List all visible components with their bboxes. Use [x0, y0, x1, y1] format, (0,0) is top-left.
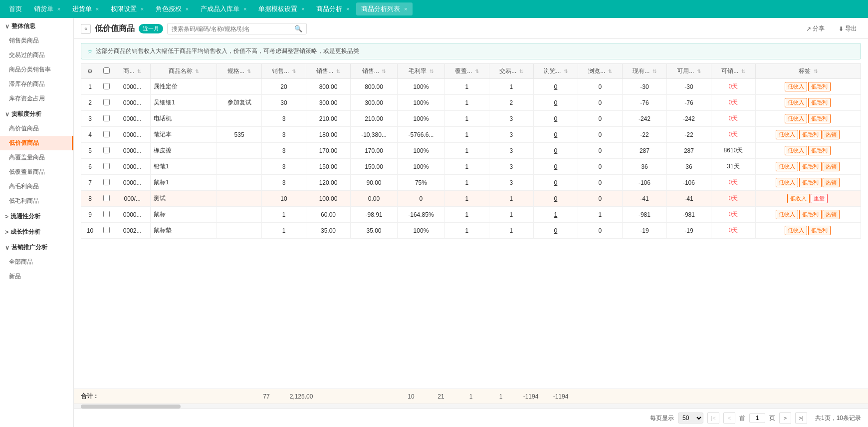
row-sale-price-cell: 210.00: [306, 111, 351, 127]
table-footer: 合计： 77 2,125.00 10 21 1 1 -1194 -1194: [74, 389, 868, 404]
sidebar-item-high-margin[interactable]: 高毛利商品: [0, 179, 73, 194]
next-page-button[interactable]: >: [779, 412, 791, 424]
row-browse2-cell: 0: [578, 191, 622, 207]
row-margin-cell: 0: [397, 191, 444, 207]
row-tags-cell: 低收入低毛利: [755, 95, 861, 111]
sidebar-item-high-value[interactable]: 高价值商品: [0, 121, 73, 136]
col-gear[interactable]: ⚙: [81, 64, 99, 79]
table-row: 5 0000... 橡皮擦 3 170.00 170.00 100% 1 3 0…: [81, 143, 861, 159]
page-size-select[interactable]: 50 100 200: [678, 413, 703, 424]
browse-link[interactable]: 0: [554, 83, 558, 90]
sidebar-item-all-products[interactable]: 全部商品: [0, 255, 73, 269]
row-browse1-cell: 0: [533, 159, 578, 175]
tag-label: 低收入: [785, 98, 807, 107]
row-checkbox[interactable]: [103, 163, 110, 169]
browse-link[interactable]: 0: [554, 131, 558, 138]
row-checkbox[interactable]: [103, 179, 110, 185]
search-icon[interactable]: 🔍: [294, 25, 302, 32]
share-button[interactable]: ↗ 分享: [802, 23, 829, 34]
row-available-cell: -19: [666, 223, 711, 239]
select-all-checkbox[interactable]: [103, 67, 110, 74]
tag-label: 低毛利: [799, 130, 822, 139]
sidebar-group-overall[interactable]: ∨ 整体信息: [0, 18, 73, 33]
settings-icon[interactable]: ⚙: [87, 68, 93, 75]
row-code-cell: 0000...: [114, 207, 151, 223]
browse-link[interactable]: 0: [554, 163, 558, 170]
nav-template[interactable]: 单据模板设置 ×: [253, 2, 309, 15]
sidebar-group-marketing[interactable]: ∨ 营销推广分析: [0, 239, 73, 255]
browse-link[interactable]: 0: [554, 99, 558, 106]
nav-analysis[interactable]: 商品分析 ×: [311, 2, 354, 15]
browse-link[interactable]: 0: [554, 227, 558, 234]
nav-purchase[interactable]: 进货单 ×: [67, 2, 104, 15]
row-spec-cell: [217, 191, 262, 207]
browse-link[interactable]: 0: [554, 195, 558, 202]
sidebar-item-slow[interactable]: 滞库存的商品: [0, 77, 73, 91]
sidebar-item-new-products[interactable]: 新品: [0, 269, 73, 284]
sidebar-item-low-value[interactable]: 低价值商品: [0, 136, 73, 150]
row-checkbox[interactable]: [103, 211, 110, 217]
row-tags-cell: 低收入低毛利热销: [755, 207, 861, 223]
row-margin-cell: 100%: [397, 223, 444, 239]
tag-label: 低毛利: [808, 226, 831, 235]
row-browse2-cell: 0: [578, 79, 622, 95]
row-trade-cell: 3: [489, 159, 533, 175]
prev-page-button[interactable]: <: [723, 412, 735, 424]
nav-home[interactable]: 首页: [4, 2, 27, 15]
browse-link[interactable]: 1: [554, 211, 558, 218]
row-browse2-cell: 0: [578, 223, 622, 239]
nav-permissions[interactable]: 权限设置 ×: [106, 2, 149, 15]
row-checkbox[interactable]: [103, 115, 110, 121]
col-saleable: 可销... ⇅: [711, 64, 755, 79]
row-checkbox[interactable]: [103, 195, 110, 201]
tag-label: 低收入: [787, 194, 810, 203]
sidebar-item-low-coverage[interactable]: 低覆盖量商品: [0, 165, 73, 179]
sidebar-item-category-rate[interactable]: 商品分类销售率: [0, 62, 73, 77]
row-checkbox[interactable]: [103, 99, 110, 105]
table-row: 2 0000... 吴细细1 参加复试 30 300.00 300.00 100…: [81, 95, 861, 111]
row-checkbox[interactable]: [103, 147, 110, 153]
tag-label: 低收入: [776, 178, 798, 187]
last-page-button[interactable]: >|: [795, 412, 807, 424]
row-trade-cell: 2: [489, 95, 533, 111]
search-input[interactable]: [172, 25, 294, 32]
filter-tag[interactable]: 近一月: [139, 24, 163, 33]
row-checkbox[interactable]: [103, 227, 110, 233]
row-code-cell: 0000...: [114, 79, 151, 95]
sidebar-item-low-margin[interactable]: 低毛利商品: [0, 194, 73, 208]
scroll-bar[interactable]: [74, 404, 868, 409]
nav-products[interactable]: 产成品入库单 ×: [196, 2, 251, 15]
row-sale-qty-cell: 3: [262, 143, 306, 159]
row-check-cell: [99, 191, 114, 207]
export-button[interactable]: ⬇ 导出: [835, 23, 861, 34]
row-checkbox[interactable]: [103, 83, 110, 89]
row-sale-profit-cell: 0.00: [351, 191, 398, 207]
tag-label: 低毛利: [808, 114, 831, 123]
sidebar-item-traded[interactable]: 交易过的商品: [0, 48, 73, 62]
row-num-cell: 4: [81, 127, 99, 143]
sidebar-group-contribution[interactable]: ∨ 贡献度分析: [0, 106, 73, 121]
table-row: 8 000/... 测试 10 100.00 0.00 0 1 1 0 0 -4…: [81, 191, 861, 207]
browse-link[interactable]: 0: [554, 179, 558, 186]
row-sale-profit-cell: -98.91: [351, 207, 398, 223]
browse-link[interactable]: 0: [554, 147, 558, 154]
sidebar-item-sales-products[interactable]: 销售类商品: [0, 33, 73, 48]
row-tags-cell: 低收入低毛利热销: [755, 175, 861, 191]
nav-roles[interactable]: 角色授权 ×: [151, 2, 194, 15]
first-page-button[interactable]: |<: [707, 412, 719, 424]
sidebar-item-capital[interactable]: 库存资金占用: [0, 91, 73, 106]
sidebar-item-high-coverage[interactable]: 高覆盖量商品: [0, 150, 73, 165]
row-sale-qty-cell: 1: [262, 207, 306, 223]
page-input[interactable]: [749, 413, 765, 423]
nav-analysis-list[interactable]: 商品分析列表 ×: [356, 2, 412, 15]
footer-trade: 21: [426, 393, 456, 400]
row-trade-cell: 1: [489, 207, 533, 223]
browse-link[interactable]: 0: [554, 115, 558, 122]
sidebar-group-circulation[interactable]: > 流通性分析: [0, 208, 73, 224]
collapse-button[interactable]: «: [81, 24, 91, 34]
nav-sales[interactable]: 销货单 ×: [29, 2, 65, 15]
col-coverage: 覆盖... ⇅: [444, 64, 489, 79]
row-checkbox[interactable]: [103, 131, 110, 137]
footer-current: -1194: [516, 393, 546, 400]
sidebar-group-growth[interactable]: > 成长性分析: [0, 224, 73, 239]
